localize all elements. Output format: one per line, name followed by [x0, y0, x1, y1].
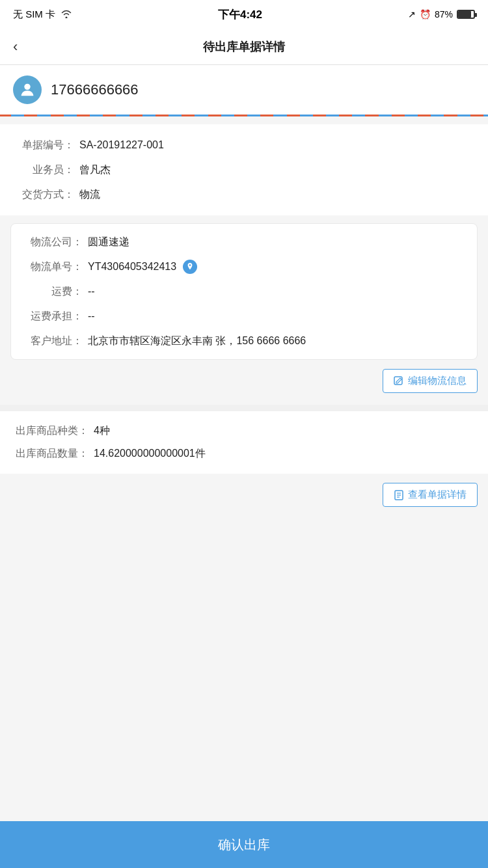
- order-info-section: 单据编号： SA-20191227-001 业务员： 曾凡杰 交货方式： 物流: [0, 124, 488, 215]
- status-right: ↗ ⏰ 87%: [408, 9, 475, 20]
- alarm-icon: ⏰: [420, 9, 431, 20]
- goods-qty-label: 出库商品数量：: [16, 447, 88, 461]
- goods-type-row: 出库商品种类： 4种: [16, 424, 472, 438]
- address-row: 客户地址： 北京市市辖区海淀区永丰南 张，156 6666 6666: [24, 333, 464, 349]
- document-icon: [394, 490, 404, 500]
- goods-qty-value: 14.620000000000001件: [94, 447, 206, 461]
- confirm-bar[interactable]: 确认出库: [0, 821, 488, 868]
- order-no-row: 单据编号： SA-20191227-001: [16, 137, 472, 153]
- edit-logistics-button[interactable]: 编辑物流信息: [383, 369, 478, 393]
- avatar: [13, 75, 42, 104]
- goods-section: 出库商品种类： 4种 出库商品数量： 14.620000000000001件: [0, 411, 488, 474]
- status-left: 无 SIM 卡: [13, 8, 72, 21]
- status-time: 下午4:42: [218, 7, 262, 22]
- edit-icon: [394, 376, 404, 387]
- freight-bearer-value: --: [88, 308, 464, 324]
- logistics-company-value: 圆通速递: [88, 234, 464, 250]
- salesman-row: 业务员： 曾凡杰: [16, 162, 472, 178]
- confirm-button-label: 确认出库: [218, 836, 270, 854]
- salesman-label: 业务员：: [16, 162, 74, 178]
- freight-label: 运费：: [24, 284, 83, 299]
- order-no-label: 单据编号：: [16, 137, 74, 153]
- address-label: 客户地址：: [24, 333, 83, 349]
- address-value: 北京市市辖区海淀区永丰南 张，156 6666 6666: [88, 333, 464, 349]
- freight-row: 运费： --: [24, 284, 464, 299]
- edit-logistics-btn-container: 编辑物流信息: [10, 369, 478, 396]
- delivery-value: 物流: [79, 187, 472, 202]
- tracking-row: 物流单号： YT4306405342413: [24, 259, 464, 275]
- nav-bar: ‹ 待出库单据详情: [0, 29, 488, 65]
- logistics-company-label: 物流公司：: [24, 234, 83, 250]
- logistics-company-row: 物流公司： 圆通速递: [24, 234, 464, 250]
- back-button[interactable]: ‹: [13, 33, 23, 61]
- svg-rect-1: [394, 377, 402, 385]
- salesman-value: 曾凡杰: [79, 162, 472, 178]
- bottom-spacer: [0, 509, 488, 601]
- battery-icon: [457, 10, 475, 19]
- freight-bearer-label: 运费承担：: [24, 308, 83, 324]
- status-bar: 无 SIM 卡 下午4:42 ↗ ⏰ 87%: [0, 0, 488, 29]
- tracking-label: 物流单号：: [24, 259, 83, 275]
- freight-bearer-row: 运费承担： --: [24, 308, 464, 324]
- goods-qty-row: 出库商品数量： 14.620000000000001件: [16, 447, 472, 461]
- customer-header: 17666666666: [0, 65, 488, 116]
- svg-point-0: [24, 84, 30, 90]
- goods-type-label: 出库商品种类：: [16, 424, 88, 438]
- battery-pct: 87%: [435, 9, 453, 20]
- delivery-label: 交货方式：: [16, 187, 74, 202]
- location-pin-icon[interactable]: [183, 260, 197, 274]
- sim-status: 无 SIM 卡: [13, 8, 55, 21]
- logistics-card: 物流公司： 圆通速递 物流单号： YT4306405342413 运费： -- …: [10, 223, 478, 360]
- wifi-icon: [61, 9, 72, 20]
- section-divider: [0, 405, 488, 411]
- user-avatar-icon: [18, 81, 36, 99]
- tracking-value: YT4306405342413: [88, 259, 464, 275]
- goods-type-value: 4种: [94, 424, 110, 438]
- gps-icon: ↗: [408, 9, 416, 20]
- delivery-row: 交货方式： 物流: [16, 187, 472, 202]
- order-no-value: SA-20191227-001: [79, 137, 472, 153]
- view-detail-btn-container: 查看单据详情: [10, 483, 478, 509]
- customer-phone: 17666666666: [51, 81, 139, 98]
- view-detail-button[interactable]: 查看单据详情: [383, 483, 478, 507]
- freight-value: --: [88, 284, 464, 299]
- page-title: 待出库单据详情: [203, 39, 285, 55]
